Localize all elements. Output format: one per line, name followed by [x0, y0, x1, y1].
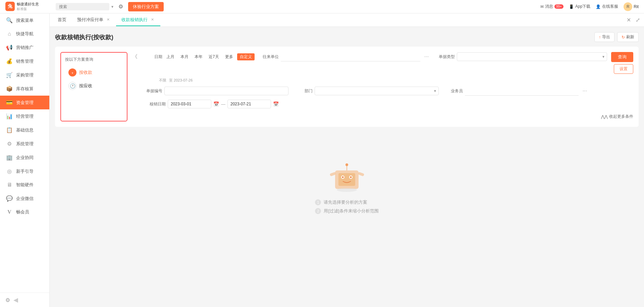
sidebar-item-member[interactable]: V 畅会员	[0, 205, 49, 219]
verify-date-from-input[interactable]	[168, 100, 211, 108]
sidebar-item-sales[interactable]: 💰 销售管理	[0, 54, 49, 68]
dept-select[interactable]	[315, 87, 439, 95]
date-last-month[interactable]: 上月	[164, 53, 176, 60]
by-receivable-label: 按应收	[79, 83, 92, 89]
empty-hint-1-text: 请先选择要分析的方案	[324, 199, 367, 205]
refresh-button[interactable]: ↻ 刷新	[617, 32, 639, 42]
filter-panel: 按以下方案查询 ¥ 按收款 🕐 按应收 《	[55, 47, 639, 127]
message-icon: ✉	[540, 4, 544, 9]
tab-receipt-verify-close[interactable]: ✕	[150, 17, 155, 22]
query-action-col: 查询 设置	[611, 52, 633, 74]
sidebar-item-enterprise[interactable]: 🏢 企业协同	[0, 151, 49, 164]
docno-input[interactable]	[164, 87, 288, 95]
sidebar-item-label: 畅会员	[16, 209, 29, 215]
doctype-select-wrapper	[457, 52, 607, 61]
tab-home-label: 首页	[58, 17, 66, 23]
date-filter-cell: 日期 上月 本月 本年 近7天 更多 自定义	[142, 53, 255, 60]
svg-point-9	[345, 163, 348, 166]
online-service-icon: 👤	[596, 4, 601, 9]
verify-date-to-cal-icon[interactable]: 📅	[273, 101, 279, 107]
page-actions: ↑ 导出 ↻ 刷新	[594, 32, 639, 42]
search-menu-icon: 🔍	[6, 17, 13, 23]
sidebar-item-marketing[interactable]: 📢 营销推广	[0, 41, 49, 54]
header-search-area[interactable]: ▾	[56, 3, 113, 10]
date-this-year[interactable]: 本年	[193, 53, 205, 60]
empty-hint-1: 1 请先选择要分析的方案	[315, 199, 378, 205]
query-button[interactable]: 查询	[611, 52, 633, 62]
tab-receipt-verify[interactable]: 收款核销执行 ✕	[116, 14, 160, 26]
header-search-input[interactable]	[56, 3, 109, 10]
verify-date-to-input[interactable]	[227, 100, 271, 108]
staff-label: 业务员	[443, 88, 463, 94]
tab-receipt-verify-label: 收款核销执行	[121, 17, 148, 23]
svg-text:¥: ¥	[71, 71, 73, 74]
sidebar-collapse-btn[interactable]: ◀	[13, 296, 18, 304]
query-option-by-receipt[interactable]: ¥ 按收款	[65, 66, 123, 79]
page-title-row: 收款核销执行(按收款) ↑ 导出 ↻ 刷新	[55, 32, 639, 42]
verify-date-from-cal-icon[interactable]: 📅	[213, 101, 219, 107]
industry-solution-button[interactable]: 休验行业方案	[128, 2, 164, 11]
sidebar-settings-icon[interactable]: ⚙	[5, 297, 10, 303]
settings-icon-btn[interactable]: ⚙	[116, 2, 125, 11]
tab-bar-actions: ✕ ⤢	[625, 15, 641, 24]
sidebar-item-operation[interactable]: 📊 经营管理	[0, 109, 49, 123]
empty-hint-2-text: 用[过滤]条件来缩小分析范围	[324, 208, 378, 214]
collapse-more-btn[interactable]: ⋀⋀ 收起更多条件	[142, 112, 633, 121]
sidebar-item-fund[interactable]: 💳 资金管理	[0, 96, 49, 109]
inventory-icon: 📦	[6, 86, 13, 92]
app-name: 畅捷通好生意	[17, 2, 39, 6]
sidebar-item-system[interactable]: ⚙ 系统管理	[0, 137, 49, 151]
sidebar-item-hardware[interactable]: 🖥 智能硬件	[0, 178, 49, 192]
sidebar-item-quick-nav[interactable]: ⌂ 快捷导航	[0, 27, 49, 41]
doctype-select[interactable]	[457, 52, 607, 61]
counterpart-dots-btn[interactable]: ···	[422, 52, 431, 61]
date-more[interactable]: 更多	[223, 53, 235, 60]
svg-point-12	[337, 188, 357, 192]
tab-close-all-icon[interactable]: ✕	[625, 15, 632, 24]
staff-dots-btn[interactable]: ···	[581, 87, 589, 95]
collapse-panel-btn[interactable]: 《	[131, 52, 138, 121]
doctype-label: 单据类型	[435, 54, 455, 60]
sidebar-item-basic-info[interactable]: 📋 基础信息	[0, 123, 49, 137]
date-last-7days[interactable]: 近7天	[207, 53, 221, 60]
message-item[interactable]: ✉ 消息 99+	[540, 4, 564, 9]
tab-prepay-close[interactable]: ✕	[105, 17, 111, 22]
sidebar-item-search-menu[interactable]: 🔍 搜索菜单	[0, 13, 49, 27]
app-download-icon: 📱	[569, 4, 574, 9]
dept-label: 部门	[292, 88, 313, 94]
tab-prepay[interactable]: 预付冲应付单 ✕	[72, 14, 116, 26]
sidebar: 🔍 搜索菜单 ⌂ 快捷导航 📢 营销推广 💰 销售管理 🛒 采购管理 📦 库存核…	[0, 13, 50, 307]
collapse-more-icon: ⋀⋀	[601, 114, 608, 119]
date-custom[interactable]: 自定义	[237, 53, 255, 60]
docno-filter-cell: 单据编号	[142, 87, 288, 95]
system-icon: ⚙	[6, 141, 13, 147]
sidebar-item-inventory[interactable]: 📦 库存核算	[0, 82, 49, 96]
date-label: 日期	[142, 54, 162, 60]
filter-settings-button[interactable]: 设置	[614, 64, 633, 74]
online-service-item[interactable]: 👤 在线客服	[596, 4, 618, 9]
date-this-month[interactable]: 本月	[178, 53, 191, 60]
user-info-item[interactable]: R Rit	[624, 2, 639, 11]
sidebar-item-label: 企业微信	[16, 196, 34, 202]
app-download-label: App下载	[575, 4, 590, 9]
docno-label: 单据编号	[142, 88, 162, 94]
export-button[interactable]: ↑ 导出	[594, 32, 614, 42]
app-download-item[interactable]: 📱 App下载	[569, 4, 590, 9]
tab-home[interactable]: 首页	[52, 14, 72, 26]
hardware-icon: 🖥	[6, 182, 13, 188]
hint-num-2: 2	[315, 208, 321, 214]
refresh-icon: ↻	[622, 35, 625, 40]
sidebar-item-guide[interactable]: ◎ 新手引导	[0, 164, 49, 178]
collapse-more-label: 收起更多条件	[609, 114, 633, 119]
wechat-icon: 💬	[6, 195, 13, 202]
sidebar-item-label: 经营管理	[16, 113, 34, 119]
sidebar-item-wechat[interactable]: 💬 企业微信	[0, 192, 49, 205]
sidebar-item-purchase[interactable]: 🛒 采购管理	[0, 68, 49, 82]
page-title: 收款核销执行(按收款)	[55, 33, 113, 41]
guide-icon: ◎	[6, 168, 13, 174]
search-dropdown-icon[interactable]: ▾	[111, 4, 113, 9]
counterpart-label: 往来单位	[259, 54, 279, 60]
query-option-by-receivable[interactable]: 🕐 按应收	[65, 79, 123, 93]
svg-point-6	[342, 176, 344, 178]
tab-expand-icon[interactable]: ⤢	[634, 15, 641, 24]
